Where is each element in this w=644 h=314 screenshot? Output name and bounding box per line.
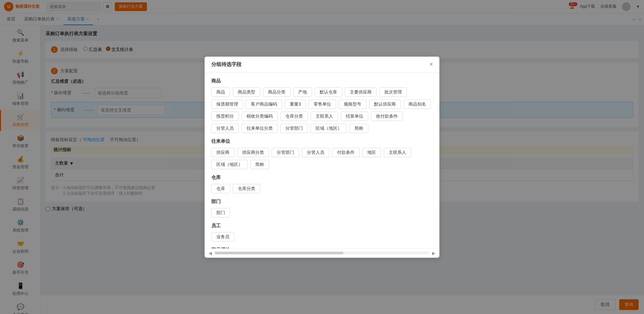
field-chip-supervisor[interactable]: 分管人员 (211, 124, 239, 133)
field-chip-default-warehouse[interactable]: 默认仓库 (315, 87, 342, 97)
field-chips-employee: 业务员 (211, 232, 433, 242)
section-title-dept: 部门 (211, 199, 433, 205)
field-chip-main-supplier[interactable]: 主要供应商 (345, 87, 377, 97)
field-chip-dept-in-charge[interactable]: 分管部门 (280, 124, 308, 133)
modal-scrollbar-area: ◀ ▶ (205, 248, 439, 258)
section-title-partner: 往来单位 (211, 138, 433, 144)
field-chip-salesperson[interactable]: 业务员 (211, 232, 234, 242)
field-chip-partner-supervisor[interactable]: 分管人员 (302, 148, 329, 157)
field-chip-warehouse-category[interactable]: 仓库分类 (280, 112, 308, 121)
field-chip-dept[interactable]: 部门 (211, 208, 230, 217)
field-chips-dept: 部门 (211, 208, 433, 217)
field-chip-partner-contact[interactable]: 主联系人 (384, 148, 411, 157)
field-chip-pay-terms[interactable]: 付款条件 (332, 148, 360, 157)
scroll-left-arrow[interactable]: ◀ (209, 251, 212, 256)
section-title-employee: 员工 (211, 223, 433, 229)
modal-title: 分组待选字段 (211, 61, 241, 68)
field-chip-partner-shortname[interactable]: 简称 (250, 160, 269, 169)
field-chip-partner-region[interactable]: 区域（地区） (211, 160, 248, 169)
field-chip-partner-category[interactable]: 往来单位分类 (241, 124, 278, 133)
field-chip-customer-code[interactable]: 客户商品编码 (246, 100, 282, 109)
field-chip-warehouse[interactable]: 仓库 (211, 184, 230, 193)
field-chip-settlement-unit[interactable]: 结算单位 (341, 112, 368, 121)
modal-overlay: 分组待选字段 × 商品 商品 商品类型 商品分类 产地 默认仓库 主要供应商 批… (0, 0, 644, 314)
field-chip-tax-code[interactable]: 税收分类编码 (241, 112, 278, 121)
field-chip-short-name-goods[interactable]: 简称 (350, 124, 368, 133)
field-chip-origin[interactable]: 产地 (293, 87, 312, 97)
field-chips-partner: 供应商 供应商分类 分管部门 分管人员 付款条件 地区 主联系人 区域（地区） … (211, 148, 433, 169)
modal-body: 商品 商品 商品类型 商品分类 产地 默认仓库 主要供应商 批次管理 保质期管理… (205, 73, 439, 248)
field-chip-weight3[interactable]: 重量3 (285, 100, 306, 109)
field-chips-goods: 商品 商品类型 商品分类 产地 默认仓库 主要供应商 批次管理 保质期管理 客户… (211, 87, 433, 133)
field-chip-batch-mgmt[interactable]: 批次管理 (379, 87, 407, 97)
field-chip-goods-alias[interactable]: 商品别名 (404, 100, 431, 109)
modal-dialog: 分组待选字段 × 商品 商品 商品类型 商品分类 产地 默认仓库 主要供应商 批… (205, 57, 439, 258)
field-chip-goods-item[interactable]: 商品 (211, 87, 230, 97)
field-chip-supplier[interactable]: 供应商 (211, 148, 234, 157)
field-chips-warehouse: 仓库 仓库分类 (211, 184, 433, 193)
scroll-right-arrow[interactable]: ▶ (432, 251, 435, 256)
section-title-warehouse: 仓库 (211, 175, 433, 181)
field-chip-partner-dept[interactable]: 分管部门 (272, 148, 299, 157)
field-chip-spec-model[interactable]: 规格型号 (339, 100, 366, 109)
modal-header: 分组待选字段 × (205, 57, 439, 73)
field-chip-goods-type[interactable]: 商品类型 (233, 87, 260, 97)
field-chip-expiry-mgmt[interactable]: 保质期管理 (211, 100, 243, 109)
modal-hscroll-track[interactable] (215, 252, 429, 254)
modal-hscroll-thumb (215, 252, 343, 254)
field-chip-goods-category[interactable]: 商品分类 (263, 87, 290, 97)
field-chip-main-contact[interactable]: 主联系人 (311, 112, 338, 121)
section-title-goods: 商品 (211, 78, 433, 84)
field-chip-supplier-category[interactable]: 供应商分类 (237, 148, 269, 157)
field-chip-region-goods[interactable]: 区域（地区） (311, 124, 347, 133)
field-chip-warehouse-cat[interactable]: 仓库分类 (233, 184, 260, 193)
field-chip-retail-unit[interactable]: 零售单位 (309, 100, 336, 109)
field-chip-pick-points[interactable]: 拣货积分 (211, 112, 239, 121)
field-chip-default-supplier[interactable]: 默认供应商 (369, 100, 401, 109)
field-chip-payment-terms[interactable]: 收付款条件 (371, 112, 403, 121)
modal-close-button[interactable]: × (430, 61, 433, 67)
field-chip-region-partner[interactable]: 地区 (362, 148, 381, 157)
